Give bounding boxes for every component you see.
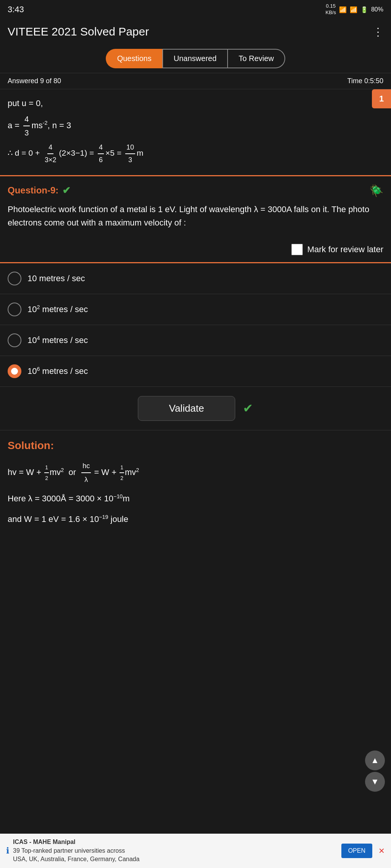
header: VITEEE 2021 Solved Paper ⋮ (0, 19, 391, 44)
ad-title: ICAS - MAHE Manipal (13, 838, 338, 846)
radio-b[interactable] (8, 303, 21, 316)
ad-open-button[interactable]: OPEN (341, 844, 372, 858)
ad-line2: USA, UK, Australia, France, Germany, Can… (13, 855, 338, 863)
more-menu-icon[interactable]: ⋮ (373, 26, 383, 38)
battery-percent: 80% (371, 6, 383, 13)
answered-count: Answered 9 of 80 (8, 77, 61, 85)
signal-icon: 📶 (350, 6, 357, 13)
tab-questions[interactable]: Questions (106, 49, 162, 68)
ad-text: ICAS - MAHE Manipal 39 Top-ranked partne… (13, 838, 338, 863)
ad-close-icon[interactable]: ✕ (378, 846, 385, 855)
tab-bar: Questions Unanswered To Review (0, 44, 391, 73)
ad-line1: 39 Top-ranked partner universities acros… (13, 847, 338, 855)
banner-ad: ℹ ICAS - MAHE Manipal 39 Top-ranked part… (0, 834, 391, 868)
options-section: 10 metres / sec 102 metres / sec 104 met… (0, 263, 391, 387)
question-text: Photoelectric work function of a metal i… (8, 203, 383, 229)
scroll-buttons: ▲ ▼ (365, 750, 385, 792)
timer: Time 0:5:50 (347, 77, 383, 85)
option-a-text: 10 metres / sec (27, 274, 85, 283)
status-bar: 3:43 0.15KB/s 📶 📶 🔋 80% (0, 0, 391, 19)
prev-line1: put u = 0, (8, 96, 383, 110)
radio-d-inner (11, 368, 18, 375)
solution-content: hv = W + 12mv2 or hcλ = W + 12mv2 Here λ… (8, 459, 383, 527)
prev-line2: a = 43ms-2, n = 3 (8, 113, 383, 139)
option-b-text: 102 metres / sec (27, 304, 88, 314)
question-header: Question-9: ✔ 🪲 (8, 184, 383, 197)
network-speed: 0.15KB/s (326, 3, 336, 16)
radio-a[interactable] (8, 272, 21, 285)
tab-unanswered[interactable]: Unanswered (162, 49, 228, 68)
validate-check-icon: ✔ (243, 401, 253, 415)
status-icons: 0.15KB/s 📶 📶 🔋 80% (326, 3, 384, 16)
mark-review-label: Mark for review later (307, 245, 383, 254)
battery-icon: 🔋 (360, 6, 368, 13)
tab-to-review[interactable]: To Review (228, 49, 285, 68)
prev-line3: ∴ d = 0 + 43×2(2×3−1) = 46×5 = 103m (8, 142, 383, 166)
mark-review-row: Mark for review later (8, 237, 383, 262)
option-c[interactable]: 104 metres / sec (0, 325, 391, 356)
correct-check-icon: ✔ (62, 185, 71, 196)
header-title: VITEEE 2021 Solved Paper (8, 25, 149, 38)
option-d[interactable]: 106 metres / sec (0, 356, 391, 387)
validate-button[interactable]: Validate (138, 396, 235, 421)
ad-info-icon: ℹ (6, 846, 9, 856)
scroll-up-button[interactable]: ▲ (365, 750, 385, 770)
radio-c[interactable] (8, 333, 21, 347)
option-a[interactable]: 10 metres / sec (0, 263, 391, 294)
solution-line2: Here λ = 3000Å = 3000 × 10−10m (8, 491, 383, 507)
solution-title: Solution: (8, 440, 383, 452)
solution-line1: hv = W + 12mv2 or hcλ = W + 12mv2 (8, 459, 383, 486)
option-d-text: 106 metres / sec (27, 366, 88, 376)
bug-icon: 🪲 (369, 184, 383, 197)
solution-section: Solution: hv = W + 12mv2 or hcλ = W + 12… (0, 430, 391, 539)
wifi-icon: 📶 (339, 6, 347, 13)
radio-d[interactable] (8, 364, 21, 378)
solution-line3: and W = 1 eV = 1.6 × 10−19 joule (8, 511, 383, 527)
status-time: 3:43 (8, 5, 24, 14)
progress-bar: Answered 9 of 80 Time 0:5:50 (0, 73, 391, 89)
question-number-label: Question-9: (8, 185, 58, 196)
question-section: Question-9: ✔ 🪲 Photoelectric work funct… (0, 176, 391, 263)
question-title: Question-9: ✔ (8, 185, 71, 196)
scroll-down-button[interactable]: ▼ (365, 772, 385, 792)
option-b[interactable]: 102 metres / sec (0, 294, 391, 325)
prev-solution: 1 put u = 0, a = 43ms-2, n = 3 ∴ d = 0 +… (0, 89, 391, 176)
question-badge: 1 (372, 89, 391, 108)
validate-section: Validate ✔ (0, 387, 391, 430)
mark-review-checkbox[interactable] (291, 244, 303, 255)
option-c-text: 104 metres / sec (27, 335, 88, 345)
